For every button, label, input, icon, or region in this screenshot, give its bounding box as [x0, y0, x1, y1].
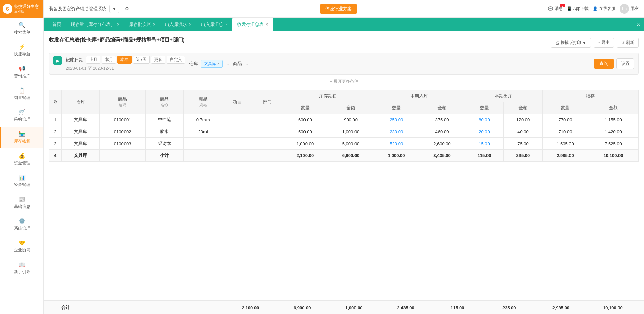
cell-out-qty[interactable]: 15.00: [465, 138, 504, 150]
out-qty-link[interactable]: 80.00: [479, 117, 490, 122]
cell-in-qty[interactable]: 520.00: [374, 138, 419, 150]
export-button[interactable]: ↑ 导出: [594, 38, 614, 48]
tab-summary[interactable]: 出入库汇总 ×: [196, 18, 232, 31]
cell-opening-amt: 900.00: [328, 114, 374, 126]
sidebar-item-inventory[interactable]: 🏪 库存核算: [0, 127, 43, 148]
expand-more-bar[interactable]: ∨ 展开更多条件: [49, 77, 639, 86]
sidebar-item-label: 快捷导航: [14, 51, 30, 57]
cell-opening-qty: 2,100.00: [282, 150, 328, 162]
cell-project: [222, 126, 252, 138]
cell-goods-code: 0100001: [100, 114, 145, 126]
goods-more[interactable]: ...: [245, 61, 248, 66]
date-filter-group: 记账日期 上月 本月 本年 近7天 更多 自定义 2023-01-01 至 20…: [66, 56, 185, 71]
sidebar-item-system[interactable]: ⚙️ 系统管理: [0, 214, 43, 235]
sidebar-item-enterprise[interactable]: 🤝 企业协同: [0, 235, 43, 257]
cell-out-qty: 115.00: [465, 150, 504, 162]
cell-in-qty: 1,000.00: [374, 150, 419, 162]
trial-button[interactable]: 体验行业方案: [320, 4, 357, 14]
message-btn[interactable]: 💬 消息 6: [548, 6, 563, 12]
sidebar-item-label: 销售管理: [14, 95, 30, 101]
sidebar-item-quicknav[interactable]: ⚡ 快捷导航: [0, 39, 43, 61]
date-btn-more[interactable]: 更多: [151, 56, 165, 64]
tab-batch[interactable]: 库存批次账 ×: [124, 18, 160, 31]
cell-closing-qty: 710.00: [542, 126, 588, 138]
warehouse-tag[interactable]: 文具库 ×: [201, 60, 223, 68]
tab-home[interactable]: 首页: [48, 18, 66, 31]
sidebar-item-purchase[interactable]: 🛒 采购管理: [0, 105, 43, 127]
cell-dept: [252, 126, 282, 138]
tab-flow[interactable]: 出入库流水 ×: [160, 18, 196, 31]
tab-home-label: 首页: [52, 21, 61, 28]
th-opening-qty: 数量: [282, 102, 328, 114]
out-qty-link[interactable]: 15.00: [479, 141, 490, 146]
date-btn-last-month[interactable]: 上月: [86, 56, 100, 64]
sidebar-item-sales[interactable]: 📋 销售管理: [0, 83, 43, 105]
th-warehouse: 仓库: [62, 90, 100, 114]
tab-receive-summary[interactable]: 收发存汇总表 ×: [232, 18, 273, 31]
tab-close-icon[interactable]: ×: [266, 22, 268, 27]
filter-toggle-button[interactable]: ▶: [53, 56, 62, 65]
date-btn-this-month[interactable]: 本月: [102, 56, 116, 64]
template-print-button[interactable]: 🖨 按模版打印 ▼: [551, 38, 591, 48]
date-label: 记账日期: [66, 57, 83, 63]
cell-closing-qty: 1,505.00: [542, 138, 588, 150]
warehouse-filter-group: 仓库 文具库 × ...: [189, 60, 229, 68]
goods-filter-group: 商品 ...: [233, 61, 248, 67]
tab-close-icon[interactable]: ×: [225, 22, 228, 27]
user-menu[interactable]: Ea 用友: [620, 4, 639, 14]
export-label: 导出: [601, 40, 610, 46]
date-btn-custom[interactable]: 自定义: [167, 56, 185, 64]
sidebar-item-search[interactable]: 🔍 搜索菜单: [0, 18, 43, 39]
cell-goods-spec: 0.7mm: [184, 114, 222, 126]
data-table: ⚙ 仓库 商品编码 商品名称 商品规格 项目 部门 库存期初 本期入库 本期出库…: [49, 90, 639, 162]
app-download-btn[interactable]: 📱 App下载: [567, 6, 589, 12]
warehouse-more[interactable]: ...: [226, 61, 229, 66]
tab-close-icon[interactable]: ×: [117, 22, 119, 27]
tab-label: 现存量（库存分布表）: [71, 21, 115, 28]
cell-in-qty[interactable]: 230.00: [374, 126, 419, 138]
refresh-button[interactable]: ↺ 刷新: [617, 38, 639, 48]
cell-opening-qty: 600.00: [282, 114, 328, 126]
out-qty-link[interactable]: 20.00: [479, 129, 490, 134]
sidebar-item-management[interactable]: 📊 经营管理: [0, 170, 43, 192]
tab-label: 出入库流水: [165, 21, 187, 28]
cell-dept: [252, 150, 282, 162]
goods-label: 商品: [233, 61, 242, 67]
tabbar-close-btn[interactable]: ×: [637, 21, 640, 28]
page-title: 收发存汇总表(按仓库+商品编码+商品+规格型号+项目+部门): [49, 37, 185, 43]
purchase-icon: 🛒: [19, 109, 26, 115]
warehouse-tag-close-icon[interactable]: ×: [217, 61, 220, 66]
settings-icon-btn[interactable]: ⚙: [125, 6, 129, 11]
query-button[interactable]: 查询: [594, 59, 614, 69]
cell-in-qty[interactable]: 250.00: [374, 114, 419, 126]
in-qty-link[interactable]: 250.00: [390, 117, 403, 122]
sidebar-item-guide[interactable]: 📖 新手引导: [0, 257, 43, 279]
message-icon: 💬: [548, 6, 553, 11]
sidebar-item-label: 搜索菜单: [14, 30, 30, 35]
user-label: 用友: [630, 6, 639, 12]
cell-out-amt: 40.00: [503, 126, 542, 138]
in-qty-link[interactable]: 520.00: [390, 141, 403, 146]
app-download-label: App下载: [573, 6, 589, 12]
sidebar-item-finance[interactable]: 💰 资金管理: [0, 148, 43, 170]
system-dropdown[interactable]: ▼: [109, 5, 119, 13]
cell-out-qty[interactable]: 20.00: [465, 126, 504, 138]
sidebar: 6 畅捷通好生意 标准版 🔍 搜索菜单 ⚡ 快捷导航 📢 营销推广 📋 销售管理…: [0, 0, 44, 314]
in-qty-link[interactable]: 230.00: [390, 129, 403, 134]
date-btn-this-year[interactable]: 本年: [117, 56, 132, 64]
finance-icon: 💰: [19, 152, 26, 159]
management-icon: 📊: [19, 174, 26, 181]
setting-button[interactable]: 设置: [616, 58, 634, 69]
date-btn-7days[interactable]: 近7天: [133, 56, 150, 64]
online-service-label: 在线客服: [599, 6, 615, 12]
online-service-btn[interactable]: 👤 在线客服: [593, 6, 615, 12]
sidebar-item-basic[interactable]: 📰 基础信息: [0, 192, 43, 214]
tab-current-stock[interactable]: 现存量（库存分布表） ×: [66, 18, 124, 31]
tab-close-icon[interactable]: ×: [153, 22, 155, 27]
cell-out-qty[interactable]: 80.00: [465, 114, 504, 126]
sidebar-item-marketing[interactable]: 📢 营销推广: [0, 61, 43, 83]
tabbar: 首页 现存量（库存分布表） × 库存批次账 × 出入库流水 × 出入库汇总 × …: [44, 18, 644, 31]
cell-project: [222, 114, 252, 126]
tab-close-icon[interactable]: ×: [189, 22, 192, 27]
enterprise-icon: 🤝: [19, 239, 26, 246]
